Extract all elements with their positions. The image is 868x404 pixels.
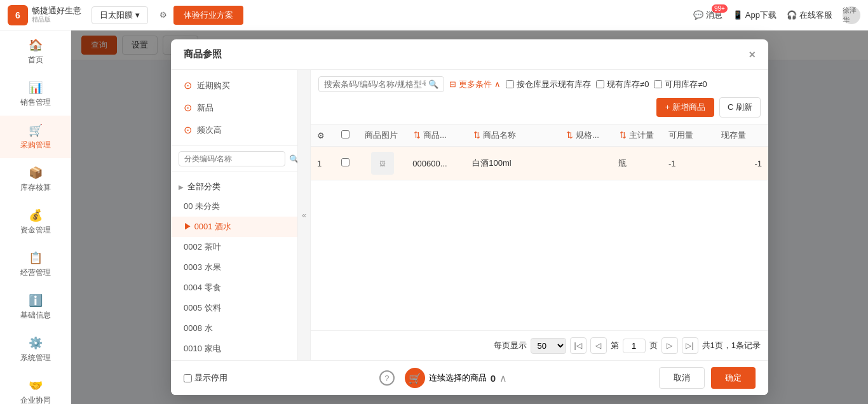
cell-avail: -1 xyxy=(662,147,715,180)
sidebar-item-basic-info[interactable]: ℹ️ 基础信息 xyxy=(0,286,71,328)
confirm-button[interactable]: 确定 xyxy=(711,367,756,389)
modal-title: 商品参照 xyxy=(184,48,222,60)
category-all-header[interactable]: ▶ 全部分类 xyxy=(171,177,297,196)
page-number-input[interactable] xyxy=(623,339,646,353)
sidebar-item-enterprise[interactable]: 🤝 企业协同 xyxy=(0,371,71,404)
chevron-down-icon: ▾ xyxy=(135,10,140,20)
sidebar-item-system[interactable]: ⚙️ 系统管理 xyxy=(0,328,71,371)
page-last-button[interactable]: ▷| xyxy=(682,337,698,354)
system-icon: ⚙️ xyxy=(29,336,43,350)
topbar-right: 💬 消息 99+ 📱 App下载 🎧 在线客服 徐泽华 xyxy=(693,6,860,24)
modal-body: ⊙ 近期购买 ⊙ 新品 ⊙ 频次高 xyxy=(171,70,768,360)
checkbox-warehouse[interactable] xyxy=(506,80,514,88)
collapse-up-icon[interactable]: ∧ xyxy=(499,372,507,384)
checkbox-stock-ne0[interactable] xyxy=(596,80,604,88)
footer-actions: 取消 确定 xyxy=(659,367,756,389)
sidebar-item-home[interactable]: 🏠 首页 xyxy=(0,30,71,73)
product-panel: 🔍 ⊟ 更多条件 ∧ 按仓库显示现有库存 xyxy=(311,70,768,360)
show-disabled-label[interactable]: 显示停用 xyxy=(184,372,227,384)
filter-button[interactable]: ⊟ 更多条件 ∧ xyxy=(449,79,501,90)
product-search-box: 🔍 xyxy=(318,76,444,92)
sidebar-label-operations: 经营管理 xyxy=(20,267,51,278)
cancel-button[interactable]: 取消 xyxy=(659,367,705,389)
search-icon[interactable]: 🔍 xyxy=(428,79,438,89)
sidebar-label-finance: 资金管理 xyxy=(20,225,51,236)
message-item[interactable]: 💬 消息 99+ xyxy=(693,10,722,21)
logo-subtitle: 精品版 xyxy=(32,15,81,24)
checkbox-avail-ne0-label[interactable]: 可用库存≠0 xyxy=(654,79,707,90)
refresh-button[interactable]: C 刷新 xyxy=(719,97,761,118)
page-prev-button[interactable]: ◁ xyxy=(590,337,607,354)
help-circle-icon: ? xyxy=(379,370,395,386)
sidebar-item-purchase[interactable]: 🛒 采购管理 xyxy=(0,116,71,158)
logo-title: 畅捷通好生意 xyxy=(32,6,81,16)
new-product-label: 新品 xyxy=(197,102,214,114)
sort-spec-icon: ⇅ xyxy=(566,130,573,140)
product-search-input[interactable] xyxy=(324,79,426,89)
cell-stock: -1 xyxy=(715,147,768,180)
cart-icon: 🛒 xyxy=(405,368,425,388)
col-header-code: ⇅ 商品... xyxy=(406,125,466,147)
enterprise-icon: 🤝 xyxy=(29,379,43,393)
gear-icon[interactable]: ⚙ xyxy=(317,131,325,140)
product-table: ⚙ 商品图片 xyxy=(311,125,768,180)
filter-label: 更多条件 xyxy=(459,79,492,90)
app-download-item[interactable]: 📱 App下载 xyxy=(733,10,776,21)
col-header-unit: ⇅ 主计量 xyxy=(612,125,662,147)
pagination-bar: 每页显示 50 100 200 |◁ ◁ 第 页 ▷ xyxy=(311,330,768,360)
sidebar-item-sales[interactable]: 📊 销售管理 xyxy=(0,73,71,116)
category-item-0004[interactable]: 0004 零食 xyxy=(171,278,297,298)
page-first-button[interactable]: |◁ xyxy=(570,337,587,354)
home-icon: 🏠 xyxy=(29,38,43,52)
new-product-item[interactable]: ⊙ 新品 xyxy=(179,97,290,118)
page-next-button[interactable]: ▷ xyxy=(661,337,678,354)
table-body: 1 🖼 xyxy=(311,147,768,180)
industry-solution-button[interactable]: 体验行业方案 xyxy=(173,6,243,25)
cat-0001-label: 0001 酒水 xyxy=(194,222,232,231)
category-item-0001[interactable]: ▶ 0001 酒水 xyxy=(171,217,297,237)
table-row[interactable]: 1 🖼 xyxy=(311,147,768,180)
per-page-select[interactable]: 50 100 200 xyxy=(531,338,566,354)
high-frequency-item[interactable]: ⊙ 频次高 xyxy=(179,119,290,140)
category-item-0005[interactable]: 0005 饮料 xyxy=(171,298,297,318)
nav-dropdown[interactable]: 日太阳膜 ▾ xyxy=(92,6,148,24)
inventory-icon: 📦 xyxy=(29,166,43,180)
nav-dropdown-label: 日太阳膜 xyxy=(100,10,133,21)
checkbox-avail-ne0[interactable] xyxy=(654,80,662,88)
recent-purchase-item[interactable]: ⊙ 近期购买 xyxy=(179,75,290,96)
modal-header: 商品参照 × xyxy=(171,39,768,70)
category-search-icon[interactable]: 🔍 xyxy=(289,154,298,164)
modal-close-button[interactable]: × xyxy=(749,49,756,60)
settings-icon[interactable]: ⚙ xyxy=(153,5,173,25)
help-icon-button[interactable]: ? xyxy=(379,370,395,386)
show-disabled-checkbox[interactable] xyxy=(184,374,192,382)
sidebar-label-sales: 销售管理 xyxy=(20,97,51,108)
category-item-0003[interactable]: 0003 水果 xyxy=(171,257,297,278)
category-search-input[interactable] xyxy=(179,151,285,166)
row-checkbox[interactable] xyxy=(341,158,349,166)
category-item-0008[interactable]: 0008 水 xyxy=(171,318,297,339)
purchase-icon: 🛒 xyxy=(29,123,43,137)
category-item-0010[interactable]: 0010 家电 xyxy=(171,339,297,359)
checkbox-warehouse-text: 按仓库显示现有库存 xyxy=(517,79,591,90)
col-header-avail: 可用量 xyxy=(662,125,715,147)
sidebar-item-finance[interactable]: 💰 资金管理 xyxy=(0,201,71,243)
cell-name: 白酒100ml xyxy=(466,147,559,180)
col-header-check xyxy=(335,125,359,147)
collapse-panel-button[interactable]: « xyxy=(298,70,311,360)
sidebar-item-operations[interactable]: 📋 经营管理 xyxy=(0,243,71,286)
add-product-button[interactable]: + 新增商品 xyxy=(656,98,714,117)
new-product-icon: ⊙ xyxy=(184,102,192,114)
checkbox-stock-ne0-label[interactable]: 现有库存≠0 xyxy=(596,79,649,90)
avatar[interactable]: 徐泽华 xyxy=(843,6,860,24)
sidebar-label-home: 首页 xyxy=(28,55,43,65)
select-all-checkbox[interactable] xyxy=(341,130,349,138)
cell-seq: 1 xyxy=(311,147,335,180)
checkbox-warehouse-label[interactable]: 按仓库显示现有库存 xyxy=(506,79,591,90)
cat-0010-label: 0010 家电 xyxy=(184,344,221,353)
continuous-select-area[interactable]: 🛒 连续选择的商品 0 ∧ xyxy=(405,368,507,388)
category-item-0002[interactable]: 0002 茶叶 xyxy=(171,237,297,257)
online-service-item[interactable]: 🎧 在线客服 xyxy=(787,10,832,21)
sidebar-item-inventory[interactable]: 📦 库存核算 xyxy=(0,158,71,201)
category-item-00[interactable]: 00 未分类 xyxy=(171,196,297,217)
